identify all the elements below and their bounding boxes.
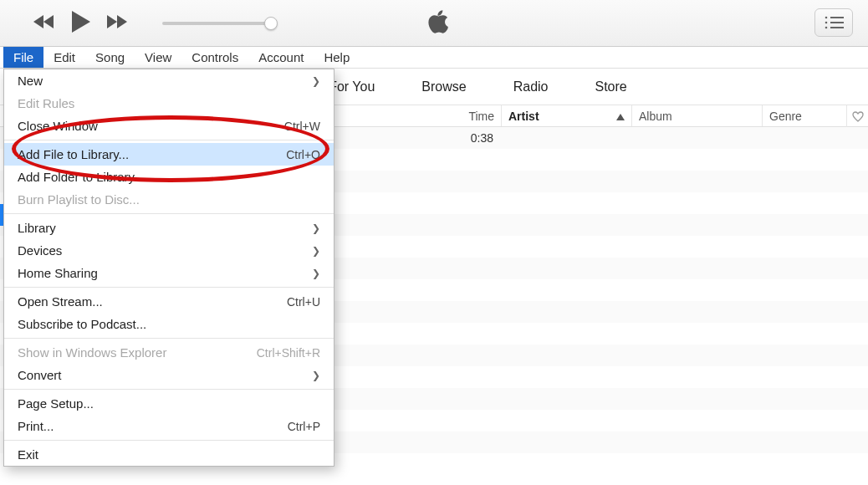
menu-subscribe-label: Subscribe to Podcast... [18, 317, 146, 331]
shortcut-label: Ctrl+Shift+R [257, 346, 320, 360]
next-track-icon[interactable] [107, 14, 129, 32]
col-artist-label: Artist [508, 110, 539, 123]
sort-asc-icon [616, 110, 625, 123]
menu-page-setup-label: Page Setup... [18, 396, 94, 411]
col-loved[interactable] [846, 105, 868, 127]
menu-close-window[interactable]: Close Window Ctrl+W [4, 115, 334, 137]
menu-page-setup[interactable]: Page Setup... [4, 392, 334, 415]
view-list-button[interactable] [814, 8, 853, 37]
menu-home-sharing-label: Home Sharing [18, 266, 98, 280]
menu-add-file[interactable]: Add File to Library... Ctrl+O [4, 143, 334, 166]
menu-account[interactable]: Account [248, 47, 314, 68]
menu-new-label: New [18, 74, 43, 88]
menu-devices[interactable]: Devices ❯ [4, 239, 334, 262]
menu-open-stream-label: Open Stream... [18, 294, 103, 309]
tab-browse[interactable]: Browse [410, 74, 477, 100]
svg-point-0 [825, 17, 828, 19]
prev-track-icon[interactable] [33, 14, 55, 32]
playback-controls [0, 11, 271, 35]
menu-help[interactable]: Help [314, 47, 360, 68]
menu-show-explorer-label: Show in Windows Explorer [18, 345, 166, 360]
menu-edit-rules-label: Edit Rules [18, 96, 74, 110]
tab-store[interactable]: Store [583, 74, 638, 100]
play-icon[interactable] [72, 11, 90, 35]
apple-logo-icon [427, 8, 451, 38]
menu-new[interactable]: New ❯ [4, 69, 334, 92]
menu-devices-label: Devices [18, 243, 62, 258]
menu-home-sharing[interactable]: Home Sharing ❯ [4, 262, 334, 284]
player-toolbar [0, 0, 868, 47]
svg-point-2 [825, 22, 828, 24]
menu-close-window-label: Close Window [18, 119, 98, 133]
menu-separator [4, 213, 334, 214]
menu-separator [4, 287, 334, 288]
menu-convert[interactable]: Convert ❯ [4, 364, 334, 386]
menu-bar: File Edit Song View Controls Account Hel… [0, 47, 868, 69]
menu-open-stream[interactable]: Open Stream... Ctrl+U [4, 290, 334, 313]
menu-burn-playlist: Burn Playlist to Disc... [4, 188, 334, 211]
menu-edit-rules: Edit Rules [4, 92, 334, 115]
menu-library[interactable]: Library ❯ [4, 217, 334, 239]
chevron-right-icon: ❯ [312, 222, 320, 234]
menu-add-folder-label: Add Folder to Library... [18, 170, 144, 184]
file-menu-dropdown: New ❯ Edit Rules Close Window Ctrl+W Add… [3, 69, 334, 467]
menu-edit[interactable]: Edit [43, 47, 85, 68]
shortcut-label: Ctrl+P [288, 420, 320, 433]
tab-radio[interactable]: Radio [502, 74, 560, 100]
menu-separator [4, 140, 334, 140]
menu-exit[interactable]: Exit [4, 443, 334, 466]
shortcut-label: Ctrl+U [287, 295, 320, 309]
chevron-right-icon: ❯ [312, 75, 320, 87]
menu-print[interactable]: Print... Ctrl+P [4, 415, 334, 437]
volume-slider[interactable] [162, 22, 271, 25]
col-artist[interactable]: Artist [502, 105, 632, 126]
shortcut-label: Ctrl+W [284, 120, 320, 133]
col-album[interactable]: Album [632, 105, 763, 126]
menu-library-label: Library [18, 221, 56, 235]
menu-add-file-label: Add File to Library... [18, 147, 129, 161]
menu-show-explorer: Show in Windows Explorer Ctrl+Shift+R [4, 341, 334, 364]
col-genre[interactable]: Genre [763, 105, 846, 126]
menu-convert-label: Convert [18, 368, 62, 382]
chevron-right-icon: ❯ [312, 268, 320, 279]
menu-separator [4, 440, 334, 441]
menu-exit-label: Exit [18, 447, 38, 462]
chevron-right-icon: ❯ [312, 245, 320, 257]
menu-print-label: Print... [18, 419, 54, 433]
col-time[interactable]: Time [338, 105, 502, 126]
menu-separator [4, 389, 334, 390]
menu-controls[interactable]: Controls [181, 47, 248, 68]
menu-add-folder[interactable]: Add Folder to Library... [4, 166, 334, 188]
menu-burn-label: Burn Playlist to Disc... [18, 192, 140, 207]
menu-file[interactable]: File [3, 47, 43, 68]
menu-separator [4, 338, 334, 339]
menu-subscribe-podcast[interactable]: Subscribe to Podcast... [4, 313, 334, 335]
chevron-right-icon: ❯ [312, 370, 320, 381]
volume-thumb[interactable] [264, 17, 278, 30]
menu-song[interactable]: Song [85, 47, 135, 68]
svg-point-4 [825, 27, 828, 29]
menu-view[interactable]: View [135, 47, 181, 68]
shortcut-label: Ctrl+O [286, 148, 320, 161]
cell-time: 0:38 [338, 131, 502, 145]
